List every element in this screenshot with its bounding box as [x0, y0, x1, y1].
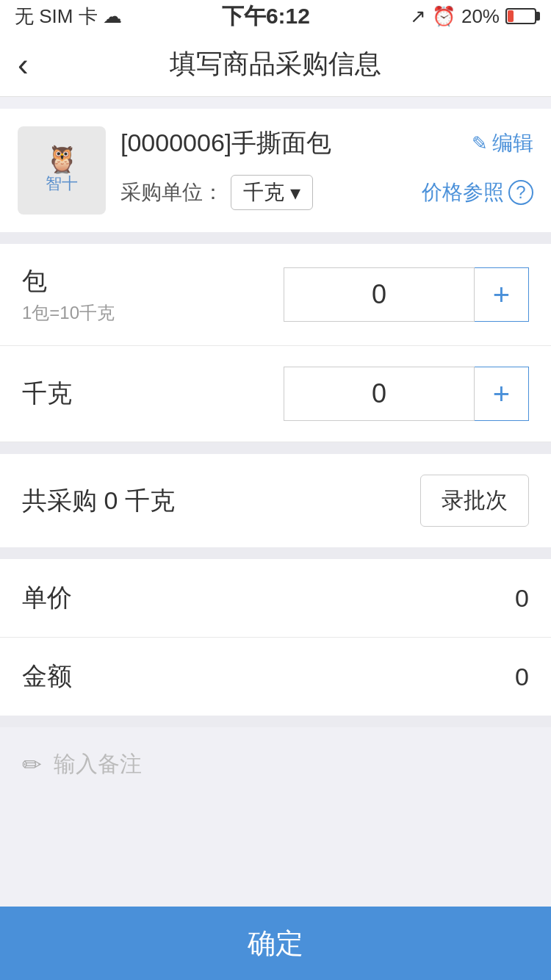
divider-4 [0, 716, 551, 727]
status-bar: 无 SIM 卡 ☁ 下午6:12 ↗ ⏰ 20% [0, 0, 551, 32]
product-name: [0000006]手撕面包 [120, 126, 331, 160]
amount-row: 金额 0 [0, 638, 551, 716]
product-info: [0000006]手撕面包 ✎ 编辑 采购单位： 千克 ▾ 价格参照 ? [120, 126, 533, 210]
chevron-down-icon: ▾ [290, 181, 300, 205]
status-left: 无 SIM 卡 ☁ [15, 4, 122, 29]
nav-bar: ‹ 填写商品采购信息 [0, 32, 551, 97]
divider-1 [0, 232, 551, 244]
kg-plus-button[interactable]: + [475, 367, 529, 421]
price-ref-button[interactable]: 价格参照 ? [422, 179, 533, 206]
bag-plus-button[interactable]: + [475, 267, 529, 322]
unit-price-value: 0 [515, 584, 529, 613]
unit-price-row: 单价 0 [0, 559, 551, 638]
kg-input-row: 千克 + [0, 346, 551, 442]
product-logo-icon: 🦉 [46, 146, 79, 173]
kg-main-label: 千克 [22, 377, 72, 411]
amount-label: 金额 [22, 660, 72, 693]
total-row: 共采购 0 千克 录批次 [0, 454, 551, 547]
page-title: 填写商品采购信息 [170, 46, 381, 82]
bag-main-label: 包 [22, 264, 115, 298]
kg-input-control: + [284, 367, 529, 421]
product-card: 🦉 智十 [0000006]手撕面包 ✎ 编辑 采购单位： 千克 ▾ [0, 109, 551, 232]
kg-section: 千克 + [0, 346, 551, 442]
edit-icon: ✎ [472, 132, 488, 155]
amount-value: 0 [515, 663, 529, 691]
unit-label: 采购单位： [120, 179, 223, 206]
kg-quantity-input[interactable] [284, 367, 475, 421]
bag-input-row: 包 1包=10千克 + [0, 244, 551, 346]
kg-label-group: 千克 [22, 377, 72, 411]
product-logo-text: 智十 [46, 173, 78, 195]
price-ref-label: 价格参照 [422, 179, 504, 206]
battery-icon [505, 8, 536, 24]
note-placeholder: 输入备注 [54, 749, 142, 779]
divider-3 [0, 547, 551, 559]
location-icon: ↗ [410, 5, 426, 28]
bag-section: 包 1包=10千克 + [0, 244, 551, 346]
sim-text: 无 SIM 卡 ☁ [15, 4, 122, 29]
divider-2 [0, 442, 551, 454]
batch-button[interactable]: 录批次 [420, 475, 529, 527]
unit-value: 千克 [243, 179, 284, 206]
bag-sub-label: 1包=10千克 [22, 301, 115, 325]
unit-select[interactable]: 千克 ▾ [231, 175, 313, 210]
bag-input-control: + [284, 267, 529, 322]
product-unit-row: 采购单位： 千克 ▾ 价格参照 ? [120, 175, 533, 210]
status-right: ↗ ⏰ 20% [410, 5, 536, 28]
alarm-icon: ⏰ [432, 5, 455, 28]
product-name-row: [0000006]手撕面包 ✎ 编辑 [120, 126, 533, 160]
product-thumbnail: 🦉 智十 [18, 126, 106, 215]
back-button[interactable]: ‹ [18, 48, 29, 81]
confirm-button[interactable]: 确定 [0, 907, 551, 980]
confirm-button-label: 确定 [248, 925, 303, 962]
total-text: 共采购 0 千克 [22, 484, 175, 518]
bag-quantity-input[interactable] [284, 267, 475, 322]
status-time: 下午6:12 [222, 1, 310, 32]
help-icon: ? [508, 180, 533, 205]
bag-label-group: 包 1包=10千克 [22, 264, 115, 325]
note-section[interactable]: ✏ 输入备注 [0, 727, 551, 801]
edit-button[interactable]: ✎ 编辑 [472, 129, 533, 157]
price-section: 单价 0 金额 0 [0, 559, 551, 716]
pencil-icon: ✏ [22, 751, 42, 779]
battery-percent: 20% [461, 5, 500, 28]
content-spacer [0, 801, 551, 907]
edit-label: 编辑 [492, 129, 533, 157]
unit-price-label: 单价 [22, 581, 72, 615]
